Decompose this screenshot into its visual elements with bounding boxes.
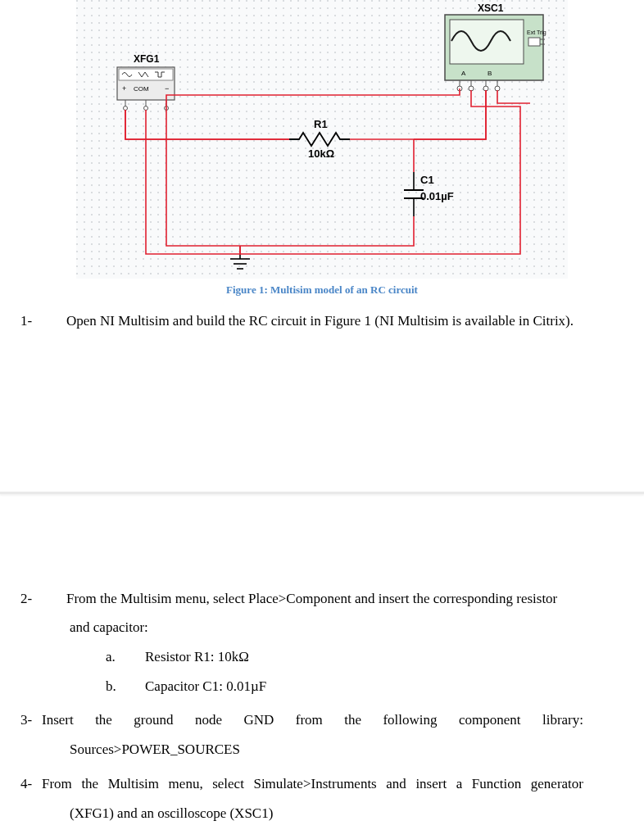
- circuit-figure: XFG1 COM + − XSC1 Ext Trig: [76, 0, 568, 279]
- svg-text:+: +: [122, 84, 126, 93]
- scope-b-label: B: [488, 70, 492, 77]
- step-2b-text: Capacitor C1: 0.01µF: [145, 678, 266, 694]
- r1-value: 10kΩ: [308, 147, 334, 160]
- step-5: 5-Set the Function generator and oscillo…: [45, 832, 611, 839]
- step-2b: b.Capacitor C1: 0.01µF: [127, 672, 611, 701]
- ext-trig-label: Ext Trig: [527, 29, 546, 36]
- step-2a-text: Resistor R1: 10kΩ: [145, 649, 249, 664]
- step-2-line1: From the Multisim menu, select Place>Com…: [66, 591, 557, 606]
- step-1: 1-Open NI Multisim and build the RC circ…: [45, 306, 611, 336]
- xsc-label: XSC1: [478, 2, 504, 14]
- r1-label: R1: [314, 118, 328, 130]
- c1-value: 0.01µF: [420, 190, 454, 202]
- svg-point-10: [144, 107, 148, 111]
- xfg-com: COM: [134, 85, 149, 93]
- step-3: 3-Insert the ground node GND from the fo…: [45, 705, 611, 764]
- step-4-line2: (XFG1) and an oscilloscope (XSC1): [70, 805, 273, 821]
- step-2-line2: and capacitor:: [70, 619, 148, 635]
- svg-text:−: −: [165, 84, 169, 93]
- scope-a-label: A: [461, 70, 466, 77]
- svg-point-9: [124, 107, 128, 111]
- svg-rect-12: [450, 20, 524, 64]
- step-2a: a.Resistor R1: 10kΩ: [127, 642, 611, 672]
- xfg-label: XFG1: [134, 53, 160, 65]
- svg-rect-13: [528, 38, 540, 46]
- page-break-shadow: [0, 344, 644, 494]
- c1-label: C1: [420, 174, 434, 186]
- step-4: 4-From the Multisim menu, select Simulat…: [45, 769, 611, 828]
- step-4-line1: From the Multisim menu, select Simulate>…: [66, 769, 583, 799]
- step-3-line1: Insert the ground node GND from the foll…: [66, 705, 583, 735]
- circuit-svg: XFG1 COM + − XSC1 Ext Trig: [76, 0, 568, 279]
- figure-caption: Figure 1: Multisim model of an RC circui…: [0, 283, 644, 297]
- step-2: 2-From the Multisim menu, select Place>C…: [45, 584, 611, 701]
- step-3-line2: Sources>POWER_SOURCES: [70, 741, 240, 757]
- step-1-text: Open NI Multisim and build the RC circui…: [66, 313, 574, 329]
